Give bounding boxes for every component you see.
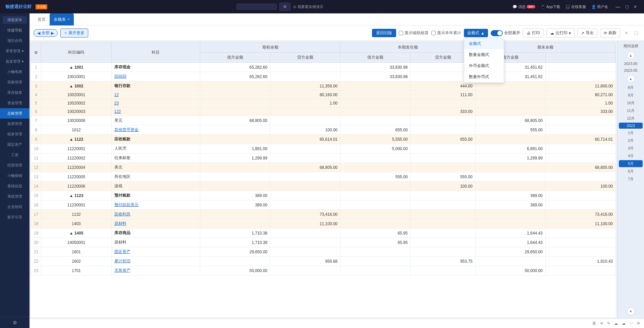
period-item-12[interactable]: 12月 (619, 115, 643, 122)
panel-close-btn[interactable]: × (623, 29, 630, 37)
ytd-check-label[interactable]: 显示本年累计 (431, 30, 461, 36)
sidebar-item-ledger[interactable]: 总账管理 (0, 108, 30, 119)
sidebar-item-retail[interactable]: 零售管理 ▾ (0, 46, 30, 56)
cell-name[interactable]: 无形资产 (111, 266, 200, 275)
period-item-2023-05-1[interactable]: 2023.05 (619, 61, 643, 67)
period-item-1[interactable]: 1月 (619, 129, 643, 136)
period-item-5[interactable]: 5月 (619, 160, 643, 167)
cloud-print-btn[interactable]: ☁ 云打印 ▾ (546, 28, 575, 38)
period-nav-up2[interactable]: ▲ (627, 75, 635, 83)
sidebar-item-management[interactable]: 经营管理 (0, 160, 30, 171)
status-cloud2-icon[interactable]: ☁ (622, 321, 626, 326)
ytd-check-input[interactable] (431, 31, 436, 35)
tab-balance-sheet[interactable]: 余额表 × (50, 13, 74, 25)
period-item-2023[interactable]: 2023 (619, 123, 643, 129)
period-item-2[interactable]: 2月 (619, 137, 643, 144)
cell-name[interactable]: 固定资产 (111, 247, 200, 257)
window-minimize-btn[interactable]: — (613, 3, 622, 10)
status-lang[interactable]: 英 (592, 321, 596, 326)
period-item-3[interactable]: 3月 (619, 145, 643, 152)
cell-amount (411, 247, 475, 257)
sidebar-settings-icon[interactable]: ⚙ (13, 320, 17, 325)
th-settings[interactable]: ⚙ (31, 43, 41, 63)
amount-style-dropdown[interactable]: 金额式 ▲ 金额式 数量金额式 外币金额式 数量外币式 (464, 29, 488, 37)
period-item-6[interactable]: 6月 (619, 168, 643, 175)
cell-name[interactable]: 预付款款美元 (111, 200, 200, 210)
cell-name[interactable]: 122 (111, 108, 200, 116)
sidebar-quick-nav[interactable]: 快捷导航 (7, 26, 22, 34)
user-avatar[interactable]: 👤 用户名 (591, 4, 608, 9)
sidebar-item-system[interactable]: 系统管理 (0, 191, 30, 202)
app-download-btn[interactable]: 📱 App下载 (541, 4, 560, 9)
period-item-9[interactable]: 9月 (619, 92, 643, 99)
period-item-4[interactable]: 4月 (619, 152, 643, 159)
expand-all-toggle[interactable]: 全部展开 (491, 30, 520, 36)
dropdown-item-qty-amount[interactable]: 数量金额式 (464, 49, 504, 60)
status-heart-icon[interactable]: ♡ (630, 321, 633, 326)
panel-max-btn[interactable]: □ (633, 29, 640, 37)
sidebar-bottom: ⚙ (0, 317, 30, 328)
sidebar-item-guide[interactable]: 新手引导 (0, 212, 30, 222)
sidebar-search[interactable]: 搜索菜单 (3, 16, 27, 24)
sidebar-item-purchase[interactable]: 采购管理 (0, 77, 30, 87)
cell-amount (270, 182, 340, 191)
aux-check-input[interactable] (399, 31, 403, 35)
top-search-input[interactable] (236, 4, 277, 10)
cell-name[interactable]: 原材料 (111, 219, 200, 228)
sidebar-item-finance[interactable]: 资金管理 (0, 98, 30, 108)
dropdown-item-amount[interactable]: 金额式 (464, 38, 504, 49)
sidebar-item-project[interactable]: 项目合同 (0, 36, 30, 46)
status-translate-icon[interactable]: ⟲ (600, 321, 603, 326)
dropdown-item-qty-foreign[interactable]: 数量外币式 (464, 71, 504, 82)
sidebar-item-tax[interactable]: 税务管理 (0, 129, 30, 139)
cell-name[interactable]: 12 (111, 91, 200, 99)
expand-more-btn[interactable]: ∨ 展开更多 (60, 28, 88, 38)
cell-name[interactable]: 应收利息 (111, 210, 200, 219)
cell-name[interactable]: 其他货币资金 (111, 125, 200, 135)
window-maximize-btn[interactable]: □ (624, 3, 630, 10)
cell-amount: 68,805.00 (475, 116, 545, 125)
window-close-btn[interactable]: × (632, 3, 639, 10)
sidebar-item-ecommerce[interactable]: 小畅电商 (0, 67, 30, 77)
amount-style-btn[interactable]: 金额式 ▲ (464, 29, 488, 37)
demo-link[interactable]: ⊙ 我要看实例演示 (293, 4, 323, 9)
return-old-btn[interactable]: 退回旧版 (372, 29, 396, 37)
sidebar-item-payroll[interactable]: 工资 (0, 150, 30, 160)
sidebar-item-wholesale[interactable]: 批发管理 ▾ (0, 56, 30, 67)
status-refresh-icon[interactable]: ⟳ (637, 321, 640, 326)
status-edit-icon[interactable]: ✎ (607, 321, 610, 326)
period-item-2023-05-2[interactable]: 2023.05 (619, 67, 643, 73)
sidebar-item-assets[interactable]: 固定资产 (0, 139, 30, 150)
aux-check-label[interactable]: 显示辅助核算 (399, 30, 429, 36)
period-item-11[interactable]: 11月 (619, 107, 643, 114)
cell-name: 美元 (111, 163, 200, 172)
settings-btn[interactable]: ⚙ (279, 3, 290, 11)
period-nav-up[interactable]: ▲ (627, 51, 635, 59)
all-filter-btn[interactable]: ◀ 全部 ▶ (34, 29, 58, 37)
th-code: 科目编码 (41, 43, 111, 63)
cell-amount (270, 108, 340, 116)
period-item-7[interactable]: 7月 (619, 176, 643, 183)
sidebar-item-cooperation[interactable]: 企业协同 (0, 202, 30, 212)
sidebar-item-invoice[interactable]: 发票管理 (0, 119, 30, 129)
online-support-btn[interactable]: 🎧 在线客服 (566, 4, 586, 9)
print-btn[interactable]: 🖨 打印 (523, 28, 544, 38)
tab-close-icon[interactable]: × (68, 13, 70, 25)
cell-name[interactable]: 23 (111, 99, 200, 108)
sidebar-item-expense[interactable]: 小畅报销 (0, 171, 30, 181)
period-item-10[interactable]: 10月 (619, 100, 643, 107)
sidebar-item-basic[interactable]: 基础信息 (0, 181, 30, 191)
refresh-btn[interactable]: ⟳ 刷新 (600, 28, 620, 38)
period-item-8[interactable]: 8月 (619, 84, 643, 91)
tab-home[interactable]: 首页 (34, 13, 50, 25)
export-btn[interactable]: ↗ 导出 (577, 28, 597, 38)
cell-name[interactable]: 回回回 (111, 72, 200, 81)
status-cloud1-icon[interactable]: ☁ (614, 321, 618, 326)
toggle-track[interactable] (491, 30, 503, 36)
period-nav-down[interactable]: ▼ (627, 307, 635, 315)
dropdown-item-foreign-amount[interactable]: 外币金额式 (464, 60, 504, 71)
sidebar-item-inventory[interactable]: 库存核算 (0, 87, 30, 98)
notification-btn[interactable]: 💬 消息 99+ (513, 4, 535, 9)
cell-name: 原材料 (111, 238, 200, 247)
cell-name[interactable]: 累计折旧 (111, 257, 200, 266)
